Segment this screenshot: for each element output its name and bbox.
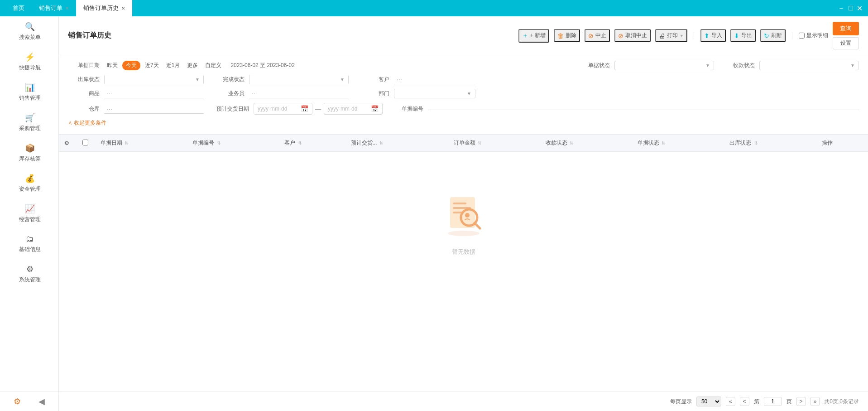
date-btn-1month[interactable]: 近1月: [163, 61, 183, 70]
export-button[interactable]: ⬇ 导出: [730, 29, 756, 42]
date-btn-7days[interactable]: 近7天: [142, 61, 162, 70]
minimize-btn[interactable]: －: [838, 4, 845, 13]
page-label-pre: 第: [754, 398, 759, 406]
table-settings-icon[interactable]: ⚙: [64, 140, 69, 146]
sidebar-item-quick-nav-label: 快捷导航: [19, 64, 41, 72]
refresh-button[interactable]: ↻ 刷新: [760, 29, 786, 42]
show-detail-checkbox[interactable]: [799, 33, 805, 39]
complete-status-select[interactable]: ▼: [249, 75, 349, 84]
bill-no-label: 单据编号: [392, 105, 428, 113]
col-order-amount-sort-icon[interactable]: ⇅: [478, 140, 481, 145]
warehouse-field[interactable]: ···: [104, 104, 204, 114]
sidebar-item-sales-mgmt[interactable]: 📊 销售管理: [0, 77, 58, 107]
sidebar-settings-icon[interactable]: ⚙: [14, 396, 21, 406]
bill-no-field[interactable]: [428, 108, 859, 110]
sidebar-item-purchase-mgmt[interactable]: 🛒 采购管理: [0, 107, 58, 138]
main-layout: 🔍 搜索菜单 ⚡ 快捷导航 📊 销售管理 🛒 采购管理 📦 库存核算 💰 资金管…: [0, 16, 868, 411]
new-label: + 新增: [530, 32, 546, 39]
tab-sales-order-history[interactable]: 销售订单历史 ✕: [76, 0, 132, 16]
cancel-stop-button[interactable]: ⊘ 取消中止: [614, 29, 651, 42]
col-bill-date-sort-icon[interactable]: ⇅: [125, 140, 128, 145]
col-checkbox[interactable]: [77, 135, 95, 152]
per-page-select[interactable]: 50 10 20 100: [696, 396, 721, 406]
print-button[interactable]: 🖨 打印 ▼: [655, 29, 687, 42]
system-mgmt-icon: ⚙: [26, 264, 34, 274]
cancel-stop-label: 取消中止: [625, 32, 647, 39]
sidebar-item-base-info-label: 基础信息: [19, 246, 41, 253]
bill-status-label: 单据状态: [578, 62, 614, 69]
sidebar-item-search-menu[interactable]: 🔍 搜索菜单: [0, 16, 58, 47]
date-btn-yesterday[interactable]: 昨天: [104, 61, 120, 70]
query-button[interactable]: 查询: [833, 22, 859, 35]
receipt-status-select[interactable]: ▼: [759, 61, 859, 70]
sidebar-collapse-icon[interactable]: ◀: [38, 396, 45, 406]
salesman-dots: ···: [252, 90, 257, 97]
last-page-btn[interactable]: »: [810, 397, 820, 406]
export-label: 导出: [741, 32, 752, 39]
svg-rect-2: [453, 203, 466, 204]
dept-select[interactable]: ▼: [394, 89, 475, 98]
next-page-btn[interactable]: >: [796, 397, 806, 406]
delivery-date-to[interactable]: yyyy-mm-dd 📅: [324, 103, 383, 115]
bill-status-select[interactable]: ▼: [614, 61, 714, 70]
tab-home-label: 首页: [13, 4, 24, 12]
col-receipt-status-sort-icon[interactable]: ⇅: [570, 140, 573, 145]
tab-sales-order[interactable]: 销售订单 ✕: [32, 0, 76, 16]
sidebar-item-system-mgmt[interactable]: ⚙ 系统管理: [0, 259, 58, 289]
sidebar-item-quick-nav[interactable]: ⚡ 快捷导航: [0, 47, 58, 77]
empty-text: 暂无数据: [452, 248, 475, 256]
sales-mgmt-icon: 📊: [25, 82, 35, 92]
delete-icon: 🗑: [557, 32, 564, 39]
out-status-select[interactable]: ▼: [104, 75, 204, 84]
sidebar-item-finance[interactable]: 💰 资金管理: [0, 168, 58, 198]
select-all-checkbox[interactable]: [82, 140, 88, 145]
col-operation-label: 操作: [822, 140, 833, 146]
col-out-status: 出库状态 ⇅: [724, 135, 816, 152]
maximize-btn[interactable]: □: [849, 4, 853, 12]
stop-icon: ⊘: [588, 32, 594, 39]
close-sales-order-tab[interactable]: ✕: [65, 6, 69, 11]
setting-button[interactable]: 设置: [833, 37, 859, 49]
salesman-field[interactable]: ···: [249, 89, 349, 98]
base-info-icon: 🗂: [26, 234, 34, 244]
col-bill-status-sort-icon[interactable]: ⇅: [662, 140, 665, 145]
calendar-from-icon: 📅: [301, 105, 308, 112]
stop-button[interactable]: ⊘ 中止: [585, 29, 610, 42]
empty-svg: [436, 188, 491, 242]
date-btn-custom[interactable]: 自定义: [202, 61, 224, 70]
page-total: 共0页,0条记录: [824, 398, 859, 406]
sidebar-item-base-info[interactable]: 🗂 基础信息: [0, 229, 58, 259]
col-bill-status-label: 单据状态: [638, 140, 659, 146]
col-out-status-label: 出库状态: [729, 140, 751, 146]
page-number-input[interactable]: [764, 397, 782, 406]
tab-home[interactable]: 首页: [5, 0, 32, 16]
col-settings[interactable]: ⚙: [59, 135, 77, 152]
filter-row-status: 出库状态 ▼ 完成状态 ▼ 客户 ···: [68, 75, 859, 84]
col-customer-sort-icon[interactable]: ⇅: [298, 140, 302, 145]
sidebar-item-operations[interactable]: 📈 经营管理: [0, 198, 58, 229]
pagination-bar: 每页显示 50 10 20 100 « < 第 页 > » 共0页,0条记录: [59, 392, 868, 411]
import-button[interactable]: ⬆ 导入: [700, 29, 726, 42]
sidebar-item-inventory[interactable]: 📦 库存核算: [0, 138, 58, 168]
col-delivery-date-sort-icon[interactable]: ⇅: [379, 140, 383, 145]
prev-page-btn[interactable]: <: [740, 397, 749, 406]
customer-field[interactable]: ···: [394, 75, 475, 84]
close-history-tab[interactable]: ✕: [121, 6, 125, 11]
filter-row-product: 商品 ··· 业务员 ··· 部门 ▼: [68, 89, 859, 98]
delivery-date-from[interactable]: yyyy-mm-dd 📅: [254, 103, 312, 115]
col-out-status-sort-icon[interactable]: ⇅: [754, 140, 758, 145]
show-detail-checkbox-label[interactable]: 显示明细: [799, 32, 828, 39]
collapse-button[interactable]: ∧ 收起更多条件: [68, 119, 859, 127]
close-btn[interactable]: ✕: [857, 4, 863, 13]
date-btn-today[interactable]: 今天: [122, 61, 140, 70]
col-bill-no-sort-icon[interactable]: ⇅: [217, 140, 221, 145]
delete-button[interactable]: 🗑 删除: [554, 29, 580, 42]
date-btn-more[interactable]: 更多: [184, 61, 201, 70]
toolbar-divider1: [694, 32, 694, 39]
first-page-btn[interactable]: «: [726, 397, 735, 406]
per-page-label: 每页显示: [670, 398, 692, 406]
bill-status-arrow-icon: ▼: [705, 63, 710, 68]
new-button[interactable]: ＋ + 新增: [518, 29, 549, 43]
top-bar: 首页 销售订单 ✕ 销售订单历史 ✕ － □ ✕: [0, 0, 868, 16]
product-field[interactable]: ···: [104, 89, 204, 98]
